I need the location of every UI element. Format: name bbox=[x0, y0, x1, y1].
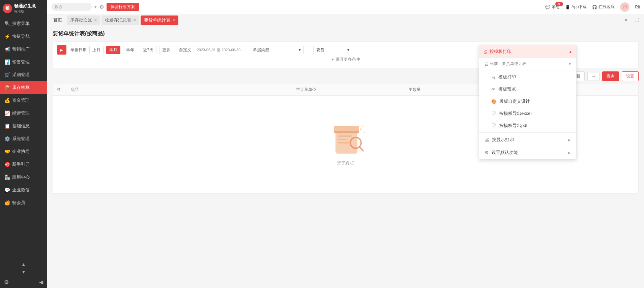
type-select[interactable]: 单据类型 ▾ bbox=[250, 46, 304, 54]
template-print-icon: 🖨 bbox=[491, 75, 496, 80]
main-area: 搜索 ▾ ⚙ 体验行业方案 💬 消息 99+ 📱 App下载 🎧 在线客服 用 … bbox=[47, 0, 644, 288]
logo-icon: 畅 bbox=[3, 4, 12, 13]
search-icon: 🔍 bbox=[4, 21, 10, 26]
template-preview-item[interactable]: 👁 模板预览 bbox=[479, 83, 576, 95]
set-default-chevron: ▶ bbox=[568, 151, 571, 155]
print-dropdown: 🖨 按模板打印 ▲ 🖨 模板打印 当前：要货单统计表 ▾ 🖨 模板打印 bbox=[479, 45, 577, 159]
date-prev-month[interactable]: 上月 bbox=[89, 46, 104, 54]
topbar-right: 💬 消息 99+ 📱 App下载 🎧 在线客服 用 Rit bbox=[545, 2, 640, 12]
topbar-gear-icon[interactable]: ⚙ bbox=[99, 4, 104, 10]
tab-batch[interactable]: 库存批次账 ✕ bbox=[67, 15, 100, 25]
marketing-icon: 📢 bbox=[4, 46, 10, 52]
date-more[interactable]: 更多 bbox=[159, 46, 173, 54]
export-excel-label: 按模板导出excel bbox=[499, 110, 531, 117]
filter-expand-arrow[interactable]: ▶ bbox=[57, 45, 66, 55]
date-range: 2023-06-01 至 2023-06-30 bbox=[197, 47, 241, 53]
col-settings[interactable]: ⚙ bbox=[57, 87, 70, 93]
yaohuo-label: 要货 bbox=[316, 47, 324, 53]
sidebar-item-member[interactable]: 👑 畅会员 bbox=[0, 196, 47, 209]
date-label: 单据日期 bbox=[70, 47, 87, 53]
current-chevron[interactable]: ▾ bbox=[569, 62, 571, 66]
sidebar-item-inventory[interactable]: 📦 库存核算 bbox=[0, 81, 47, 94]
user-avatar[interactable]: 用 bbox=[620, 2, 630, 12]
tab-home[interactable]: 首页 bbox=[50, 15, 65, 25]
online-service[interactable]: 🎧 在线客服 bbox=[592, 4, 615, 10]
type-chevron: ▾ bbox=[299, 47, 301, 52]
sidebar-item-sales[interactable]: 📊 销售管理 bbox=[0, 56, 47, 68]
user-name[interactable]: Rit bbox=[635, 5, 640, 9]
system-icon: ⚙️ bbox=[4, 136, 10, 141]
tab-collection-close[interactable]: ✕ bbox=[133, 18, 136, 22]
sidebar-item-quick[interactable]: ⚡ 快捷导航 bbox=[0, 30, 47, 43]
set-default-left: ⚙ 设置默认功能 bbox=[485, 150, 518, 156]
industry-btn[interactable]: 体验行业方案 bbox=[107, 3, 139, 11]
svg-rect-4 bbox=[338, 139, 348, 140]
template-custom-item[interactable]: 🎨 模板自定义设计 bbox=[479, 95, 576, 107]
messages-wrap[interactable]: 💬 消息 99+ bbox=[545, 4, 560, 10]
collab-icon: 🤝 bbox=[4, 149, 10, 154]
query-btn[interactable]: 查询 bbox=[602, 71, 619, 81]
set-default-icon: ⚙ bbox=[485, 150, 489, 155]
inventory-icon: 📦 bbox=[4, 85, 10, 90]
settings-icon[interactable]: ⚙ bbox=[4, 279, 9, 285]
guide-icon: 🎯 bbox=[4, 162, 10, 167]
tab-collection[interactable]: 收发存汇总表 ✕ bbox=[101, 15, 139, 25]
dropdown-print-icon: 🖨 bbox=[483, 49, 488, 54]
sidebar-scroll-up[interactable]: ▲ bbox=[0, 260, 47, 268]
current-icon-wrap: 🖨 模板打印 当前：要货单统计表 bbox=[485, 61, 526, 67]
dropdown-collapse-icon[interactable]: ▲ bbox=[569, 50, 572, 54]
sidebar: 畅 畅通好生意 标准版 🔍 搜索菜单 ⚡ 快捷导航 📢 营销推广 📊 销售管理 … bbox=[0, 0, 47, 288]
quick-icon: ⚡ bbox=[4, 34, 10, 39]
divider-2 bbox=[479, 132, 576, 133]
dropdown-title: 按模板打印 bbox=[490, 49, 511, 55]
message-icon: 💬 bbox=[545, 5, 550, 9]
yaohuo-filter[interactable]: 要货 ▾ bbox=[313, 46, 352, 54]
current-template-label: 🖨 模板打印 当前：要货单统计表 ▾ bbox=[479, 58, 576, 69]
app-download[interactable]: 📱 App下载 bbox=[565, 4, 587, 10]
display-print-label: 按显示打印 bbox=[492, 137, 514, 143]
display-print-icon: 🖨 bbox=[485, 137, 489, 142]
template-export-excel-item[interactable]: 📄 按模板导出excel bbox=[479, 107, 576, 120]
tab-order-stat[interactable]: 要货单统计表 ✕ bbox=[141, 15, 178, 25]
date-7days[interactable]: 近7天 bbox=[140, 46, 156, 54]
tab-close-all[interactable]: ✕ bbox=[621, 15, 631, 25]
sales-icon: 📊 bbox=[4, 59, 10, 65]
more-btn[interactable]: ··· bbox=[587, 72, 599, 81]
sidebar-bottom: ⚙ ◀ bbox=[0, 276, 47, 288]
topbar-chevron-icon[interactable]: ▾ bbox=[94, 4, 97, 9]
sidebar-scroll-down[interactable]: ▼ bbox=[0, 268, 47, 276]
messages-badge: 99+ bbox=[555, 2, 563, 6]
sidebar-item-marketing[interactable]: 📢 营销推广 bbox=[0, 43, 47, 56]
template-print-item[interactable]: 🖨 模板打印 bbox=[479, 71, 576, 83]
date-this-year[interactable]: 本年 bbox=[123, 46, 137, 54]
page-title: 要货单统计表(按商品) bbox=[53, 30, 639, 37]
sidebar-item-weixin[interactable]: 💬 企业微信 bbox=[0, 184, 47, 196]
expand-down-icon: ▼ bbox=[331, 58, 334, 61]
export-pdf-icon: 📄 bbox=[491, 123, 497, 128]
sidebar-item-operation[interactable]: 📈 经营管理 bbox=[0, 107, 47, 120]
weixin-icon: 💬 bbox=[4, 187, 10, 193]
sidebar-nav: ⚡ 快捷导航 📢 营销推广 📊 销售管理 🛒 采购管理 📦 库存核算 💰 资金管… bbox=[0, 30, 47, 260]
set-default-item[interactable]: ⚙ 设置默认功能 ▶ bbox=[479, 146, 576, 159]
tab-maximize[interactable]: ⛶ bbox=[632, 15, 641, 25]
date-this-month[interactable]: 本月 bbox=[106, 46, 120, 54]
tab-batch-close[interactable]: ✕ bbox=[94, 18, 97, 22]
col-unit: 主计量单位 bbox=[296, 87, 409, 93]
sidebar-item-system[interactable]: ⚙️ 系统管理 bbox=[0, 132, 47, 145]
sidebar-item-collab[interactable]: 🤝 企业协同 bbox=[0, 145, 47, 158]
export-pdf-label: 按模板导出pdf bbox=[499, 123, 527, 129]
sidebar-item-finance[interactable]: 💰 资金管理 bbox=[0, 94, 47, 107]
tabbar: 首页 库存批次账 ✕ 收发存汇总表 ✕ 要货单统计表 ✕ ✕ ⛶ bbox=[47, 14, 644, 26]
collapse-icon[interactable]: ◀ bbox=[39, 279, 43, 285]
sidebar-item-guide[interactable]: 🎯 新手引导 bbox=[0, 158, 47, 171]
sidebar-search[interactable]: 🔍 搜索菜单 bbox=[0, 17, 47, 30]
template-export-pdf-item[interactable]: 📄 按模板导出pdf bbox=[479, 120, 576, 132]
settings-btn[interactable]: 设置 bbox=[622, 71, 639, 81]
sidebar-item-basic[interactable]: 📋 基础信息 bbox=[0, 120, 47, 132]
content-area: 要货单统计表(按商品) ▶ 单据日期 上月 本月 本年 近7天 更多 自定义 2… bbox=[47, 26, 644, 288]
display-print-item[interactable]: 🖨 按显示打印 ▶ bbox=[479, 133, 576, 146]
sidebar-item-appstore[interactable]: 🏪 应用中心 bbox=[0, 171, 47, 184]
sidebar-item-purchase[interactable]: 🛒 采购管理 bbox=[0, 68, 47, 81]
tab-order-stat-close[interactable]: ✕ bbox=[172, 18, 175, 22]
date-custom[interactable]: 自定义 bbox=[176, 46, 194, 54]
